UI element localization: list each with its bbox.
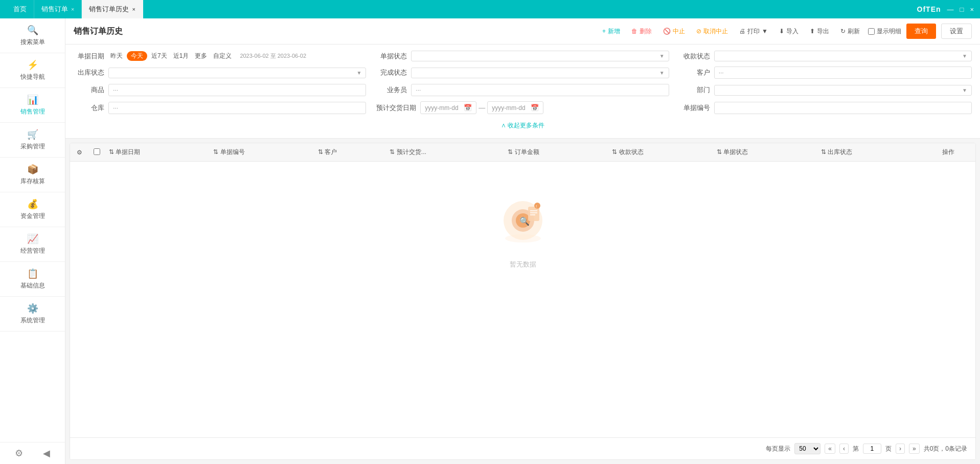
filter-warehouse-item: 仓库 ··· xyxy=(74,102,366,114)
sort-icon-receipt-status[interactable]: ⇅ xyxy=(612,148,617,156)
display-detail-checkbox[interactable] xyxy=(868,28,875,35)
sidebar-bottom: ⚙ ◀ xyxy=(0,442,65,464)
date-1month-btn[interactable]: 近1月 xyxy=(171,51,191,61)
first-page-btn[interactable]: « xyxy=(825,444,835,454)
collapse-label: ∧ 收起更多条件 xyxy=(501,122,544,129)
filter-customer-item: 客户 ··· xyxy=(679,67,972,79)
import-icon: ⬇ xyxy=(779,28,784,35)
date-today-btn[interactable]: 今天 xyxy=(127,51,147,61)
refresh-button[interactable]: ↻ 刷新 xyxy=(837,25,863,38)
filter-date-item: 单据日期 昨天 今天 近7天 近1月 更多 自定义 2023-06-02 至 2… xyxy=(74,51,366,61)
tab-sales-order-history[interactable]: 销售订单历史 × xyxy=(82,0,143,18)
filter-salesperson-input[interactable]: ··· xyxy=(411,84,669,96)
pagination: 每页显示 50 10 20 100 « ‹ 第 页 › » 共0页，0条记录 xyxy=(70,437,975,459)
tab-sales-order[interactable]: 销售订单 × xyxy=(34,0,82,18)
page-number-input[interactable] xyxy=(863,444,881,454)
sidebar-item-search-menu[interactable]: 🔍 搜索菜单 xyxy=(0,18,65,53)
filter-delivery-date-to[interactable]: yyyy-mm-dd 📅 xyxy=(487,101,543,114)
th-bill-status-label: 单据状态 xyxy=(723,148,748,156)
filter-warehouse-out-select[interactable]: ▼ xyxy=(108,68,366,78)
sidebar-item-basic-info[interactable]: 📋 基础信息 xyxy=(0,262,65,297)
svg-rect-5 xyxy=(528,207,539,221)
empty-text: 暂无数据 xyxy=(510,260,536,269)
last-page-btn[interactable]: » xyxy=(909,444,920,454)
receipt-status-dropdown-icon: ▼ xyxy=(962,53,967,59)
th-receipt-status-label: 收款状态 xyxy=(619,148,644,156)
stop-button[interactable]: 🚫 中止 xyxy=(660,25,688,38)
tab-sales-order-close[interactable]: × xyxy=(71,6,74,12)
filter-customer-input[interactable]: ··· xyxy=(714,67,972,79)
filter-warehouse-input[interactable]: ··· xyxy=(108,102,366,114)
sidebar-item-basic-info-label: 基础信息 xyxy=(20,281,45,290)
minimize-btn[interactable]: — xyxy=(947,6,954,13)
sidebar-item-quick-nav[interactable]: ⚡ 快捷导航 xyxy=(0,53,65,88)
sort-icon-delivery[interactable]: ⇅ xyxy=(390,148,395,156)
filter-row-1: 单据日期 昨天 今天 近7天 近1月 更多 自定义 2023-06-02 至 2… xyxy=(74,51,972,61)
page-header: 销售订单历史 + 新增 🗑 删除 🚫 中止 ⊘ 取消中止 xyxy=(65,18,980,45)
sidebar-item-operation-mgmt[interactable]: 📈 经营管理 xyxy=(0,227,65,262)
filter-receipt-status-select[interactable]: ▼ xyxy=(714,51,972,61)
sort-icon-order-amount[interactable]: ⇅ xyxy=(508,148,513,156)
svg-text:!: ! xyxy=(536,204,537,209)
tab-sales-order-label: 销售订单 xyxy=(41,5,68,14)
tab-sales-order-history-close[interactable]: × xyxy=(132,6,135,12)
display-detail-toggle[interactable]: 显示明细 xyxy=(868,27,901,36)
sort-icon-warehouse-out[interactable]: ⇅ xyxy=(821,148,826,156)
filter-goods-input[interactable]: ··· xyxy=(108,84,366,96)
cancel-stop-label: 取消中止 xyxy=(703,27,728,36)
select-all-checkbox[interactable] xyxy=(94,148,100,155)
export-button[interactable]: ⬆ 导出 xyxy=(807,25,832,38)
filter-salesperson-label: 业务员 xyxy=(376,85,407,95)
date-7days-btn[interactable]: 近7天 xyxy=(149,51,169,61)
collapse-row[interactable]: ∧ 收起更多条件 xyxy=(74,119,972,132)
sidebar-item-sales-mgmt[interactable]: 📊 销售管理 xyxy=(0,88,65,123)
add-button[interactable]: + 新增 xyxy=(599,25,623,38)
sidebar-item-system-mgmt[interactable]: ⚙️ 系统管理 xyxy=(0,297,65,332)
query-button[interactable]: 查询 xyxy=(906,24,936,39)
filter-bill-no-input[interactable] xyxy=(714,102,972,114)
tab-sales-order-history-label: 销售订单历史 xyxy=(89,5,129,14)
filter-delivery-date-from[interactable]: yyyy-mm-dd 📅 xyxy=(420,101,476,114)
print-icon: 🖨 xyxy=(739,28,745,35)
date-quick-btns: 昨天 今天 近7天 近1月 更多 自定义 xyxy=(108,51,234,61)
page-size-select[interactable]: 50 10 20 100 xyxy=(794,443,821,454)
sort-icon-customer[interactable]: ⇅ xyxy=(318,148,323,156)
date-yesterday-btn[interactable]: 昨天 xyxy=(108,51,125,61)
th-expected-delivery-label: 预计交货... xyxy=(397,148,426,156)
sidebar-item-capital-mgmt[interactable]: 💰 资金管理 xyxy=(0,192,65,227)
sort-icon-bill-status[interactable]: ⇅ xyxy=(717,148,722,156)
prev-page-btn[interactable]: ‹ xyxy=(839,444,849,454)
print-button[interactable]: 🖨 打印 ▼ xyxy=(736,25,771,38)
import-button[interactable]: ⬇ 导入 xyxy=(776,25,802,38)
delete-button[interactable]: 🗑 删除 xyxy=(628,25,655,38)
filter-complete-status-select[interactable]: ▼ xyxy=(411,68,669,78)
th-customer: ⇅ 客户 xyxy=(314,143,386,162)
sidebar-item-inventory-calc[interactable]: 📦 库存核算 xyxy=(0,158,65,192)
date-custom-btn[interactable]: 自定义 xyxy=(211,51,234,61)
next-page-btn[interactable]: › xyxy=(896,444,905,454)
th-check[interactable] xyxy=(88,143,105,162)
close-btn[interactable]: × xyxy=(970,6,974,13)
sidebar-item-sales-mgmt-label: 销售管理 xyxy=(20,107,45,116)
tab-home[interactable]: 首页 xyxy=(6,0,34,18)
filter-dept-select[interactable]: ▼ xyxy=(714,85,972,96)
calendar-from-icon: 📅 xyxy=(464,104,472,112)
sidebar-settings-icon[interactable]: ⚙ xyxy=(15,448,23,459)
maximize-btn[interactable]: □ xyxy=(960,6,964,13)
sort-icon-bill-date[interactable]: ⇅ xyxy=(109,148,114,156)
filter-bill-status-item: 单据状态 ▼ xyxy=(376,51,669,61)
filter-complete-status-item: 完成状态 ▼ xyxy=(376,68,669,78)
cancel-stop-button[interactable]: ⊘ 取消中止 xyxy=(693,25,731,38)
refresh-icon: ↻ xyxy=(840,28,846,35)
sidebar-collapse-icon[interactable]: ◀ xyxy=(43,448,50,459)
print-dropdown-icon[interactable]: ▼ xyxy=(762,28,768,35)
filter-bill-status-select[interactable]: ▼ xyxy=(411,51,669,61)
sidebar-item-purchase-mgmt[interactable]: 🛒 采购管理 xyxy=(0,123,65,158)
th-setting[interactable]: ⚙ xyxy=(70,143,88,162)
bill-status-dropdown-icon: ▼ xyxy=(659,53,665,59)
filter-delivery-date-item: 预计交货日期 yyyy-mm-dd 📅 — yyyy-mm-dd 📅 xyxy=(376,101,669,114)
top-bar-right: OfTEn — □ × xyxy=(917,5,974,13)
date-more-btn[interactable]: 更多 xyxy=(193,51,209,61)
sort-icon-bill-no[interactable]: ⇅ xyxy=(213,148,218,156)
settings-button[interactable]: 设置 xyxy=(941,24,972,39)
